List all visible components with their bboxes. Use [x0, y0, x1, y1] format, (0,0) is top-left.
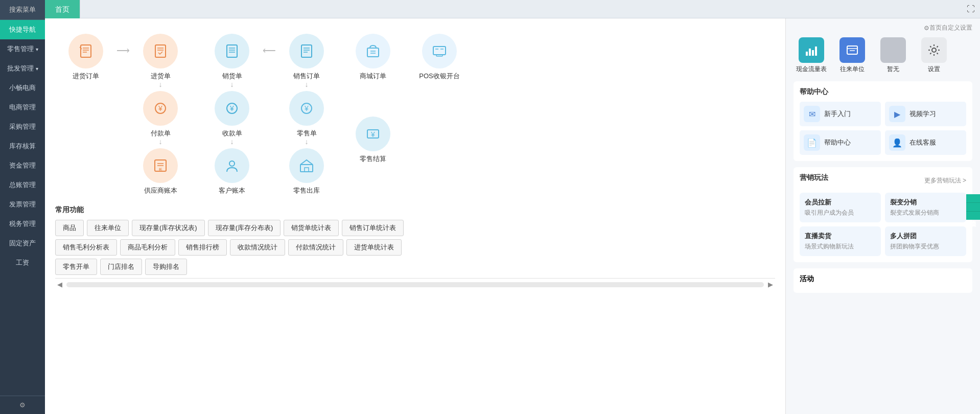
retail-settle-label: 零售结算 — [360, 154, 386, 164]
payment-slip-node[interactable]: ¥ 付款单 — [130, 91, 191, 138]
market-group[interactable]: 多人拼团 拼团购物享受优惠 — [885, 226, 966, 256]
service-icon: 👤 — [889, 134, 905, 151]
func-btn-stock-status[interactable]: 现存量(库存状况表) — [132, 220, 205, 236]
market-live[interactable]: 直播卖货 场景式购物新玩法 — [800, 226, 881, 256]
down-arrow-pay: ↓ — [159, 138, 162, 146]
scroll-track[interactable] — [66, 282, 764, 287]
marketing-header: 营销玩法 更多营销玩法 > — [800, 173, 966, 188]
func-btn-purchase-stat[interactable]: 进货单统计表 — [346, 239, 402, 256]
arrow-po-ps: ⟶ — [116, 45, 130, 56]
svg-rect-34 — [436, 55, 442, 56]
receipt-slip-icon: ¥ — [215, 91, 249, 126]
sales-order-icon — [289, 34, 324, 68]
search-menu-item[interactable]: 搜索菜单 — [0, 0, 45, 20]
func-btn-store-rank[interactable]: 门店排名 — [100, 259, 142, 275]
retail-settle-node[interactable]: ¥ 零售结算 — [342, 117, 404, 164]
sidebar-item-tax[interactable]: 税务管理 — [0, 214, 45, 234]
sidebar-item-retail[interactable]: 零售管理 ▾ — [0, 39, 45, 59]
customer-book-icon — [215, 148, 249, 183]
chevron-down-icon: ▾ — [36, 47, 38, 52]
sidebar-item-payroll[interactable]: 工资 — [0, 253, 45, 272]
func-btn-stock-dist[interactable]: 现存量(库存分布表) — [208, 220, 281, 236]
receipt-slip-node[interactable]: ¥ 收款单 — [201, 91, 263, 138]
retail-warehouse-node[interactable]: 零售出库 — [276, 148, 337, 195]
sidebar-item-inventory[interactable]: 库存核算 — [0, 136, 45, 156]
quick-partners[interactable]: 往来单位 — [834, 37, 870, 74]
pos-open-node[interactable]: POS收银开台 — [409, 34, 470, 81]
pos-open-group: POS收银开台 — [409, 34, 470, 81]
retail-slip-node[interactable]: ¥ 零售单 — [276, 91, 337, 138]
help-service[interactable]: 👤 在线客服 — [885, 130, 966, 155]
svg-rect-28 — [367, 48, 379, 57]
sidebar-item-ecom[interactable]: 电商管理 — [0, 98, 45, 117]
svg-rect-4 — [155, 45, 166, 57]
quick-cashflow[interactable]: 现金流量表 — [794, 37, 829, 74]
sales-order-label: 销售订单 — [293, 72, 320, 81]
func-btn-row-3: 零售开单 门店排名 导购排名 — [55, 259, 775, 275]
tab-home[interactable]: 首页 — [45, 0, 80, 18]
more-marketing-link[interactable]: 更多营销玩法 > — [924, 176, 966, 185]
chevron-down-icon: ▾ — [36, 66, 38, 72]
float-desktop[interactable]: 桌面快捷 — [966, 212, 980, 220]
help-video[interactable]: ▶ 视频学习 — [885, 102, 966, 126]
sidebar-item-assets[interactable]: 固定资产 — [0, 234, 45, 253]
scroll-left-arrow[interactable]: ◀ — [55, 281, 64, 288]
market-live-title: 直播卖货 — [805, 232, 876, 241]
func-btn-goods[interactable]: 商品 — [55, 220, 84, 236]
beginner-icon: ✉ — [804, 106, 820, 122]
mall-order-label: 商城订单 — [360, 72, 386, 81]
common-functions-title: 常用功能 — [55, 205, 775, 215]
supplier-book-node[interactable]: 帐 供应商账本 — [130, 148, 191, 195]
func-btn-payment-stat[interactable]: 付款情况统计 — [288, 239, 343, 256]
purchase-slip-node[interactable]: 进货单 — [130, 34, 191, 81]
func-btn-goods-margin[interactable]: 商品毛利分析 — [120, 239, 175, 256]
main-area: 首页 ⛶ 进货订单 — [45, 0, 980, 414]
scroll-right-arrow[interactable]: ▶ — [766, 281, 775, 288]
float-community[interactable]: 服务社区 — [966, 203, 980, 212]
market-group-title: 多人拼团 — [890, 232, 961, 241]
marketing-grid: 会员拉新 吸引用户成为会员 裂变分销 裂变式发展分销商 直播卖货 场景式购物新玩… — [800, 193, 966, 256]
sidebar-item-invoice[interactable]: 发票管理 — [0, 195, 45, 214]
sidebar-item-quick-nav[interactable]: 快捷导航 — [0, 20, 45, 39]
func-btn-row-1: 商品 往来单位 现存量(库存状况表) 现存量(库存分布表) 销货单统计表 销售订… — [55, 220, 775, 236]
svg-point-44 — [932, 48, 936, 52]
func-btn-sales-order-stat[interactable]: 销售订单统计表 — [342, 220, 404, 236]
sidebar-item-finance[interactable]: 资金管理 — [0, 156, 45, 175]
sales-slip-label: 销货单 — [222, 72, 242, 81]
help-beginner[interactable]: ✉ 新手入门 — [800, 102, 881, 126]
customize-label[interactable]: 首页自定义设置 — [929, 24, 972, 32]
sales-slip-node[interactable]: 销货单 — [201, 34, 263, 81]
svg-rect-20 — [301, 45, 312, 57]
sidebar-item-ledger[interactable]: 总账管理 — [0, 175, 45, 195]
cashflow-icon — [799, 37, 824, 63]
activity-title: 活动 — [800, 274, 966, 284]
settings-quick-icon — [921, 37, 947, 63]
func-btn-sales-stat[interactable]: 销货单统计表 — [284, 220, 339, 236]
market-fission[interactable]: 裂变分销 裂变式发展分销商 — [885, 193, 966, 222]
float-customer-service[interactable]: 客服热线 — [966, 194, 980, 203]
func-btn-sales-margin[interactable]: 销售毛利分析表 — [55, 239, 117, 256]
customer-book-node[interactable]: 客户账本 — [201, 148, 263, 195]
purchase-order-node[interactable]: 进货订单 — [55, 34, 116, 81]
sidebar-item-label: 批发管理 — [7, 64, 34, 73]
market-member[interactable]: 会员拉新 吸引用户成为会员 — [800, 193, 881, 222]
svg-rect-13 — [227, 45, 237, 57]
func-btn-sales-rank[interactable]: 销售排行榜 — [178, 239, 227, 256]
expand-button[interactable]: ⛶ — [962, 5, 980, 14]
mall-order-node[interactable]: 商城订单 — [342, 34, 404, 81]
func-btn-retail-order[interactable]: 零售开单 — [55, 259, 97, 275]
quick-empty[interactable]: 暂无 — [875, 37, 911, 74]
func-btn-partners[interactable]: 往来单位 — [87, 220, 129, 236]
sidebar-item-purchase[interactable]: 采购管理 — [0, 117, 45, 136]
sales-order-node[interactable]: 销售订单 — [276, 34, 337, 81]
sidebar-settings[interactable]: ⚙ — [0, 396, 45, 414]
quick-settings[interactable]: 设置 — [916, 37, 952, 74]
func-btn-guide-rank[interactable]: 导购排名 — [145, 259, 187, 275]
svg-point-19 — [229, 161, 235, 166]
sidebar-item-label: 工资 — [16, 258, 29, 267]
sidebar-item-wholesale[interactable]: 批发管理 ▾ — [0, 59, 45, 78]
func-btn-receipt-stat[interactable]: 收款情况统计 — [230, 239, 285, 256]
sidebar-item-ecom-small[interactable]: 小畅电商 — [0, 78, 45, 98]
cashflow-label: 现金流量表 — [796, 65, 827, 74]
help-docs[interactable]: 📄 帮助中心 — [800, 130, 881, 155]
